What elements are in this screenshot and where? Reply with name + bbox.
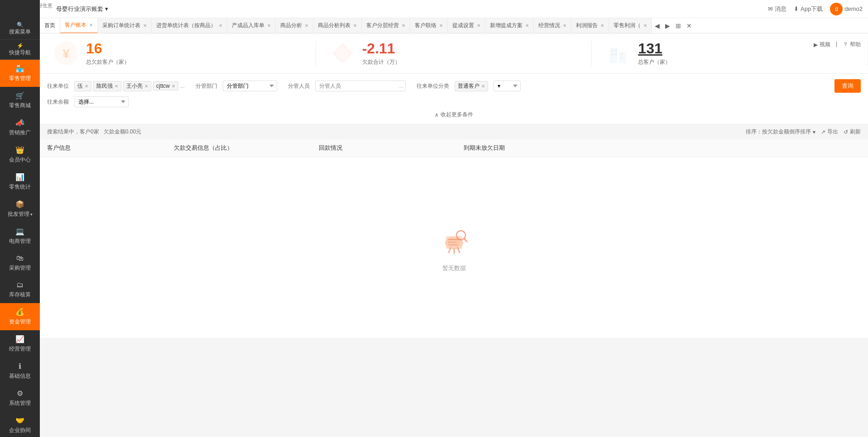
- unit-tag-3[interactable]: 王小亮 ✕: [123, 81, 151, 91]
- yuan-bg-icon: ¥: [53, 41, 79, 66]
- tab-close-product-analysis[interactable]: ✕: [305, 23, 308, 28]
- tab-operation[interactable]: 经营情况 ✕: [534, 18, 571, 33]
- tab-new-scheme[interactable]: 新增提成方案 ✕: [485, 18, 534, 33]
- tab-promotion-settings[interactable]: 提成设置 ✕: [448, 18, 485, 33]
- remove-unit-tag-1[interactable]: ✕: [85, 84, 88, 89]
- stats-row: ¥ 16 总欠款客户（家） -2.11 欠款合计（万）: [40, 33, 868, 74]
- unit-tag-1[interactable]: 伍 ✕: [74, 81, 91, 91]
- refresh-button[interactable]: ↺ 刷新: [844, 128, 861, 136]
- balance-filter-select[interactable]: 选择...: [74, 96, 129, 107]
- sidebar-item-member[interactable]: 👑 会员中心: [0, 141, 40, 168]
- sidebar-item-system[interactable]: ⚙ 系统管理: [0, 385, 40, 412]
- sidebar-item-wholesale[interactable]: 📦 批发管理 ▾: [0, 195, 40, 223]
- tab-close-retail-profit[interactable]: ✕: [643, 23, 647, 28]
- tabs-prev-btn[interactable]: ◀: [652, 18, 662, 33]
- svg-rect-8: [612, 53, 614, 55]
- tab-close-product-inbound[interactable]: ✕: [267, 23, 271, 28]
- tab-product-analysis-list[interactable]: 商品分析列表 ✕: [313, 18, 362, 33]
- sidebar-item-operation[interactable]: 📈 经营管理: [0, 330, 40, 357]
- sort-button[interactable]: 排序：按欠款金额倒序排序 ▾: [746, 128, 815, 136]
- account-selector[interactable]: 母婴行业演示账套 ▾: [56, 5, 108, 13]
- tab-close-profit-report[interactable]: ✕: [600, 23, 604, 28]
- dept-filter-label: 分管部门: [196, 82, 217, 90]
- tab-accounts[interactable]: 客户账本 ✕: [60, 18, 98, 33]
- ecommerce-icon: 💻: [15, 227, 24, 236]
- purchase-icon: 🛍: [16, 254, 24, 262]
- search-info-bar: 搜索结果中，客户0家 欠款金额0.00元 排序：按欠款金额倒序排序 ▾ ↗ 导出…: [40, 124, 868, 139]
- tab-product-inbound[interactable]: 产成品入库单 ✕: [227, 18, 276, 33]
- tabs-next-btn[interactable]: ▶: [662, 18, 673, 33]
- empty-state: 暂无数据: [436, 195, 472, 299]
- unit-class-tag-1[interactable]: 普通客户 ✕: [455, 81, 488, 91]
- tab-close-purchase-order[interactable]: ✕: [143, 23, 147, 28]
- search-icon: 🔍: [4, 22, 36, 28]
- person-filter-input[interactable]: [315, 81, 406, 91]
- sidebar-item-retail-mall[interactable]: 🛒 零售商城: [0, 87, 40, 114]
- tabs-close-all-btn[interactable]: ✕: [684, 18, 695, 33]
- tab-retail-profit[interactable]: 零售利润（ ✕: [609, 18, 652, 33]
- tab-close-customer-contact[interactable]: ✕: [439, 23, 443, 28]
- tab-close-operation[interactable]: ✕: [563, 23, 566, 28]
- tab-profit-report[interactable]: 利润报告 ✕: [571, 18, 609, 33]
- svg-rect-11: [621, 57, 623, 59]
- sidebar-item-enterprise[interactable]: 🤝 企业协同: [0, 412, 40, 437]
- sidebar-item-search[interactable]: 🔍 搜索菜单: [0, 18, 40, 40]
- svg-rect-10: [621, 53, 623, 55]
- tabs-expand-btn[interactable]: ⊞: [673, 18, 684, 33]
- video-btn[interactable]: ▶ 视频: [814, 41, 830, 48]
- sidebar-item-marketing[interactable]: 📣 营销推广: [0, 114, 40, 141]
- empty-illustration: [436, 223, 472, 259]
- empty-text: 暂无数据: [442, 264, 466, 272]
- quick-nav-icon: ⚡: [3, 43, 37, 49]
- sidebar-item-quick-nav[interactable]: ⚡ 快捷导航: [0, 40, 40, 60]
- col-credit-transactions: 欠款交易信息（占比）: [174, 144, 319, 152]
- tab-close-new-scheme[interactable]: ✕: [525, 23, 529, 28]
- remove-unit-tag-2[interactable]: ✕: [115, 84, 118, 89]
- filter-row-1: 往来单位 伍 ✕ 陈民强 ✕ 王小亮 ✕ cjttcw ✕ ...: [47, 79, 861, 93]
- unit-filter-label: 往来单位: [47, 82, 69, 90]
- export-button[interactable]: ↗ 导出: [821, 128, 838, 136]
- tab-close-product-analysis-list[interactable]: ✕: [353, 23, 357, 28]
- messages-btn[interactable]: ✉ 消息: [768, 5, 786, 13]
- tab-close-purchase-stats[interactable]: ✕: [219, 23, 222, 28]
- tab-close-accounts[interactable]: ✕: [89, 23, 93, 28]
- remove-unit-class-tag-1[interactable]: ✕: [481, 84, 485, 89]
- sidebar-item-inventory[interactable]: 🗂 库存核算: [0, 276, 40, 303]
- credit-amount-value: -2.11: [362, 41, 400, 57]
- tab-purchase-stats[interactable]: 进货单统计表（按商品） ✕: [152, 18, 227, 33]
- tab-home[interactable]: 首页: [40, 18, 60, 33]
- sidebar-item-retail[interactable]: 🏪 零售管理: [0, 60, 40, 87]
- unit-tag-2[interactable]: 陈民强 ✕: [93, 81, 121, 91]
- sidebar-item-purchase[interactable]: 🛍 采购管理: [0, 250, 40, 276]
- collapse-btn[interactable]: ∧ 收起更多条件: [47, 111, 861, 119]
- tab-customer-segment[interactable]: 客户分层经营 ✕: [362, 18, 410, 33]
- remove-unit-tag-4[interactable]: ✕: [172, 84, 175, 89]
- sidebar-item-finance[interactable]: 💰 资金管理: [0, 303, 40, 330]
- app-download-btn[interactable]: ⬇ App下载: [794, 5, 823, 13]
- unit-class-filter-select[interactable]: ▾: [494, 81, 521, 91]
- retail-icon: 🏪: [15, 64, 24, 73]
- total-customers-label: 总客户（家）: [638, 58, 671, 66]
- tab-purchase-order[interactable]: 采购订单统计表 ✕: [98, 18, 152, 33]
- person-filter-label: 分管人员: [288, 82, 310, 90]
- help-btn[interactable]: ？ 帮助: [843, 41, 861, 48]
- tab-close-customer-segment[interactable]: ✕: [402, 23, 405, 28]
- tab-close-promotion-settings[interactable]: ✕: [477, 23, 480, 28]
- tab-product-analysis[interactable]: 商品分析 ✕: [276, 18, 313, 33]
- marketing-icon: 📣: [15, 119, 24, 127]
- wholesale-icon: 📦: [15, 200, 24, 209]
- enterprise-icon: 🤝: [15, 416, 24, 425]
- col-customer-info: 客户信息: [47, 144, 174, 152]
- unit-tag-4[interactable]: cjttcw ✕: [153, 81, 178, 90]
- filter-row-2: 往来余额 选择...: [47, 96, 861, 107]
- user-menu[interactable]: d demo2: [830, 3, 863, 15]
- sidebar-item-retail-stats[interactable]: 📊 零售统计: [0, 168, 40, 195]
- unit-tags-more[interactable]: ...: [180, 83, 185, 89]
- query-button[interactable]: 查询: [834, 79, 861, 93]
- remove-unit-tag-3[interactable]: ✕: [144, 84, 148, 89]
- avatar: d: [830, 3, 843, 15]
- sidebar-item-ecommerce[interactable]: 💻 电商管理: [0, 223, 40, 250]
- tab-customer-contact[interactable]: 客户联络 ✕: [410, 18, 448, 33]
- sidebar-item-basic-info[interactable]: ℹ 基础信息: [0, 357, 40, 385]
- dept-filter-select[interactable]: 分管部门: [223, 81, 277, 91]
